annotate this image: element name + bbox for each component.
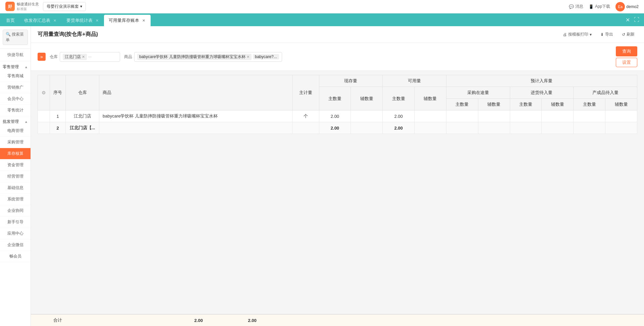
warehouse-more-btn[interactable]: ···	[88, 54, 92, 59]
sidebar-item-ecom[interactable]: 电商管理	[0, 125, 31, 137]
cell-stock-main: 2.00	[319, 110, 351, 122]
tab-shoufacun[interactable]: 收发存汇总表 ✕	[19, 15, 62, 26]
tab-home[interactable]: 首页	[1, 15, 19, 26]
cell-stock-aux	[351, 110, 383, 122]
tab-bar: 首页 收发存汇总表 ✕ 要货单统计表 ✕ 可用量库存账本 ✕ ✕ ⛶	[0, 13, 644, 26]
subtotal-avail-aux	[415, 122, 446, 134]
col-arrival-header: 进货待入量	[510, 87, 574, 99]
col-finished-main-header: 主数量	[574, 99, 605, 110]
setting-btn[interactable]: 设置	[616, 58, 637, 67]
cell-warehouse: 江北门店	[66, 110, 99, 122]
download-btn[interactable]: 📱 App下载	[589, 4, 610, 9]
avatar-initials: Ea	[618, 5, 623, 9]
sidebar-item-wechat[interactable]: 企业微信	[0, 239, 31, 251]
export-btn[interactable]: ⬇ 导出	[598, 30, 616, 39]
tab-expand-btn[interactable]: ⛶	[633, 16, 640, 24]
user-name: demo2	[626, 4, 639, 9]
col-no-header: 序号	[50, 75, 66, 110]
settings-gear-icon[interactable]: ⚙	[42, 90, 46, 95]
subtotal-pur-main	[446, 122, 478, 134]
tab-yaohuo-close[interactable]: ✕	[95, 18, 99, 23]
page-title: 可用量查询(按仓库+商品)	[38, 31, 98, 38]
sidebar-enterprise-label: 企业协同	[7, 208, 23, 213]
inventory-table: ⚙ 序号 仓库 商品 主计量 现存量 可用量 预计入库量 主数量 辅数量 主数量	[38, 75, 637, 134]
sidebar: 🔍 搜索菜单 快捷导航 零售管理 ▲ 零售商城 营销推广 会员中心 零售统计 批…	[0, 26, 31, 326]
sidebar-section-batch[interactable]: 批发管理 ▲	[0, 116, 31, 125]
message-btn[interactable]: 💬 消息	[569, 4, 583, 9]
col-product-header: 商品	[99, 75, 292, 110]
sidebar-item-marketing[interactable]: 营销推广	[0, 82, 31, 93]
warehouse-input[interactable]: 江北门店 ✕ ···	[60, 52, 120, 62]
avatar: Ea	[615, 2, 625, 11]
tab-yaohuo-label: 要货单统计表	[66, 17, 93, 24]
col-avail-aux-header: 辅数量	[415, 87, 446, 110]
sidebar-item-newbie[interactable]: 新手引导	[0, 217, 31, 228]
sidebar-item-operation[interactable]: 经营管理	[0, 171, 31, 182]
page-actions: 🖨 按模板打印 ▾ ⬇ 导出 ↺ 刷新	[560, 30, 637, 39]
col-current-stock-header: 现存量	[319, 75, 383, 87]
main-layout: 🔍 搜索菜单 快捷导航 零售管理 ▲ 零售商城 营销推广 会员中心 零售统计 批…	[0, 26, 644, 326]
chevron-down-icon-print: ▾	[590, 32, 592, 37]
sidebar-purchase-label: 采购管理	[7, 140, 23, 144]
message-icon: 💬	[569, 4, 574, 9]
filter-actions: 查询 设置	[616, 46, 637, 67]
refresh-btn[interactable]: ↺ 刷新	[619, 30, 637, 39]
sidebar-zero-shop-label: 零售商城	[7, 74, 23, 78]
tab-close-all-btn[interactable]: ✕	[625, 16, 631, 24]
sidebar-item-zero-stat[interactable]: 零售统计	[0, 105, 31, 116]
tab-shoufacun-close[interactable]: ✕	[52, 18, 57, 23]
col-unit-header: 主计量	[292, 75, 319, 110]
sidebar-item-finance[interactable]: 资金管理	[0, 159, 31, 171]
sidebar-item-basic[interactable]: 基础信息	[0, 182, 31, 194]
footer-avail-main: 2.00	[239, 318, 266, 323]
search-menu-btn[interactable]: 🔍 搜索菜单	[3, 30, 28, 45]
sidebar-item-inventory[interactable]: 库存核算	[0, 148, 31, 159]
message-label: 消息	[575, 4, 583, 9]
print-label: 按模板打印	[568, 32, 588, 37]
print-btn[interactable]: 🖨 按模板打印 ▾	[560, 30, 594, 39]
sidebar-item-zero-shop[interactable]: 零售商城	[0, 71, 31, 82]
header-left: 好 畅捷通好生意 标准版 母婴行业演示账套 ▾	[5, 2, 86, 11]
sidebar-member-label: 会员中心	[7, 96, 23, 101]
sidebar-item-quick-nav[interactable]: 快捷导航	[0, 49, 31, 61]
user-area[interactable]: Ea demo2	[615, 2, 639, 11]
subtotal-pur-aux	[478, 122, 510, 134]
tab-bar-right: ✕ ⛶	[625, 13, 643, 26]
col-available-header: 可用量	[383, 75, 446, 87]
sidebar-item-system[interactable]: 系统管理	[0, 194, 31, 205]
filter-expand-btn[interactable]: »	[38, 53, 46, 61]
tab-keyongliang[interactable]: 可用量库存账本 ✕	[104, 15, 151, 26]
sidebar-finance-label: 资金管理	[7, 162, 23, 167]
tab-keyongliang-close[interactable]: ✕	[141, 18, 146, 23]
sidebar-item-purchase[interactable]: 采购管理	[0, 137, 31, 148]
subtotal-arrival-main	[510, 122, 542, 134]
cell-pur-main	[446, 110, 478, 122]
sidebar-operation-label: 经营管理	[7, 174, 23, 179]
sidebar-item-enterprise[interactable]: 企业协同	[0, 205, 31, 217]
expand-icon: »	[40, 54, 43, 59]
cell-settings	[38, 110, 50, 122]
export-icon: ⬇	[600, 32, 604, 37]
tenant-name: 母婴行业演示账套	[47, 4, 79, 9]
sidebar-item-member[interactable]: 会员中心	[0, 93, 31, 105]
product-tag-2: babycare?...	[253, 54, 279, 59]
warehouse-tag-close[interactable]: ✕	[82, 55, 85, 59]
sidebar-section-zero-sales[interactable]: 零售管理 ▲	[0, 61, 31, 71]
product-tag-1-close[interactable]: ✕	[247, 55, 250, 59]
sidebar-item-vip[interactable]: 畅会员	[0, 251, 31, 262]
cell-finished-main	[574, 110, 605, 122]
cell-pur-aux	[478, 110, 510, 122]
tenant-selector[interactable]: 母婴行业演示账套 ▾	[43, 2, 86, 11]
top-header: 好 畅捷通好生意 标准版 母婴行业演示账套 ▾ 💬 消息 📱 App下载 Ea …	[0, 0, 644, 13]
product-input[interactable]: babycare学饮杯 儿童防摔防撞吸管杯重力球吸嘴杯宝宝水杯 ✕ babyca…	[134, 52, 282, 62]
download-icon: 📱	[589, 4, 594, 9]
chevron-down-icon: ▾	[80, 4, 82, 9]
tab-yaohuo[interactable]: 要货单统计表 ✕	[62, 15, 104, 26]
query-btn[interactable]: 查询	[616, 46, 637, 56]
sidebar-inventory-label: 库存核算	[7, 151, 23, 156]
sidebar-item-appstore[interactable]: 应用中心	[0, 228, 31, 239]
col-arrival-main-header: 主数量	[510, 99, 542, 110]
product-tag-2-value: babycare?...	[255, 54, 277, 59]
sidebar-zero-sales-label: 零售管理	[3, 64, 19, 70]
sidebar-appstore-label: 应用中心	[7, 231, 23, 236]
